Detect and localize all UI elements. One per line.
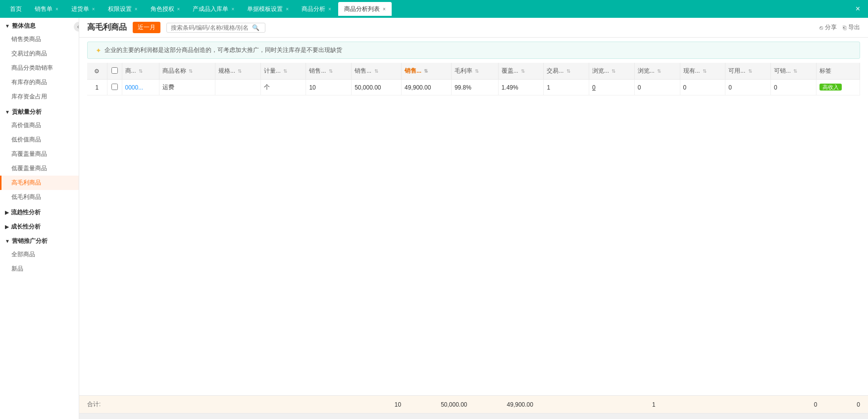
select-all-checkbox[interactable] xyxy=(111,67,118,74)
tab-product-analysis-list[interactable]: 商品分析列表 × xyxy=(338,2,392,16)
th-spec[interactable]: 规格... ⇅ xyxy=(215,63,261,80)
th-settings[interactable]: ⚙ xyxy=(87,63,107,80)
th-sales1[interactable]: 销售... ⇅ xyxy=(306,63,352,80)
row-stock3: 0 xyxy=(770,80,816,95)
th-code[interactable]: 商... ⇅ xyxy=(122,63,159,80)
th-stock1[interactable]: 现有... ⇅ xyxy=(680,63,725,80)
search-icon[interactable]: 🔍 xyxy=(252,24,259,31)
tab-product-analysis[interactable]: 商品分析 × xyxy=(296,2,337,16)
th-stock3[interactable]: 可销... ⇅ xyxy=(770,63,816,80)
close-icon[interactable]: × xyxy=(286,6,289,12)
footer-sales2: 50,000.00 xyxy=(441,401,467,408)
sort-icon: ⇅ xyxy=(566,68,570,74)
chevron-down-icon: ▼ xyxy=(5,23,10,29)
sidebar-group-marketing[interactable]: ▼ 营销推广分析 xyxy=(0,233,79,247)
row-sales3: 49,900.00 xyxy=(402,80,452,95)
th-sales2[interactable]: 销售... ⇅ xyxy=(352,63,402,80)
row-browse1[interactable]: 0 xyxy=(589,80,635,95)
row-check[interactable] xyxy=(107,80,122,95)
sidebar-item-new-goods[interactable]: 新品 xyxy=(0,262,79,276)
row-browse2: 0 xyxy=(634,80,680,95)
close-icon[interactable]: × xyxy=(383,6,386,12)
sidebar-group-contribution-label: 贡献量分析 xyxy=(12,108,42,116)
th-gross-rate[interactable]: 毛利率 ⇅ xyxy=(451,63,498,80)
th-tag: 标签 xyxy=(816,63,860,80)
th-transaction[interactable]: 交易... ⇅ xyxy=(544,63,589,80)
sort-icon: ⇅ xyxy=(424,68,428,74)
chevron-right-icon: ▶ xyxy=(5,224,9,230)
period-button[interactable]: 近一月 xyxy=(133,22,160,33)
notice-bar: ✦ 企业的主要的利润都是这部分商品创造的，可考虑加大推广，同时关注库存是不要出现… xyxy=(87,42,860,59)
sidebar-item-high-value[interactable]: 高价值商品 xyxy=(0,118,79,133)
sidebar-item-category-rate[interactable]: 商品分类助销率 xyxy=(0,61,79,75)
sidebar-item-in-stock[interactable]: 有库存的商品 xyxy=(0,75,79,90)
sidebar-item-all-goods[interactable]: 全部商品 xyxy=(0,247,79,262)
sidebar-item-low-value[interactable]: 低价值商品 xyxy=(0,133,79,147)
close-icon[interactable]: × xyxy=(328,6,331,12)
th-coverage[interactable]: 覆盖... ⇅ xyxy=(498,63,544,80)
close-icon[interactable]: × xyxy=(231,6,234,12)
tab-sales[interactable]: 销售单 × xyxy=(29,2,64,16)
close-icon[interactable]: × xyxy=(135,6,138,12)
sort-icon: ⇅ xyxy=(283,68,287,74)
tab-home[interactable]: 首页 xyxy=(4,2,28,16)
tab-template[interactable]: 单据模板设置 × xyxy=(241,2,295,16)
sidebar-item-sales-goods[interactable]: 销售类商品 xyxy=(0,32,79,47)
window-close-icon[interactable]: × xyxy=(852,4,864,13)
notice-text: 企业的主要的利润都是这部分商品创造的，可考虑加大推广，同时关注库存是不要出现缺货 xyxy=(104,46,342,54)
th-browse2[interactable]: 浏览... ⇅ xyxy=(634,63,680,80)
tab-role[interactable]: 角色授权 × xyxy=(145,2,186,16)
row-name: 运费 xyxy=(159,80,215,95)
chevron-right-icon: ▶ xyxy=(5,210,9,215)
sidebar-item-high-gross[interactable]: 高毛利商品 xyxy=(0,176,79,190)
th-browse1[interactable]: 浏览... ⇅ xyxy=(589,63,635,80)
row-num: 1 xyxy=(87,80,107,95)
sort-icon: ⇅ xyxy=(748,68,752,74)
horizontal-scrollbar[interactable] xyxy=(79,413,868,419)
sidebar-item-traded-goods[interactable]: 交易过的商品 xyxy=(0,47,79,61)
sidebar-group-growth[interactable]: ▶ 成长性分析 xyxy=(0,219,79,233)
row-checkbox[interactable] xyxy=(111,84,118,90)
search-box[interactable]: 🔍 xyxy=(166,23,265,33)
close-icon[interactable]: × xyxy=(92,6,95,12)
search-input[interactable] xyxy=(171,24,250,31)
share-label: 分享 xyxy=(825,23,837,32)
sort-icon: ⇅ xyxy=(475,68,479,74)
close-icon[interactable]: × xyxy=(55,6,58,12)
chevron-down-icon: ▼ xyxy=(5,238,10,244)
sort-icon: ⇅ xyxy=(703,68,707,74)
close-icon[interactable]: × xyxy=(177,6,180,12)
sort-icon: ⇅ xyxy=(238,68,242,74)
content-area: 高毛利商品 近一月 🔍 ⎋ 分享 ⎗ 导出 ✦ 企业的主要的利润都是这部分 xyxy=(79,18,868,419)
sort-icon: ⇅ xyxy=(657,68,661,74)
share-button[interactable]: ⎋ 分享 xyxy=(819,23,837,32)
tab-purchase[interactable]: 进货单 × xyxy=(65,2,101,16)
sidebar-item-stock-capital[interactable]: 库存资金占用 xyxy=(0,90,79,104)
sidebar-item-low-gross[interactable]: 低毛利商品 xyxy=(0,190,79,204)
row-transaction: 1 xyxy=(544,80,589,95)
top-navigation: 首页 销售单 × 进货单 × 权限设置 × 角色授权 × 产成品入库单 × 单据… xyxy=(0,0,868,18)
content-header: 高毛利商品 近一月 🔍 ⎋ 分享 ⎗ 导出 xyxy=(79,18,868,38)
th-stock2[interactable]: 可用... ⇅ xyxy=(725,63,771,80)
sidebar-item-high-coverage[interactable]: 高覆盖量商品 xyxy=(0,147,79,161)
sidebar-group-contribution[interactable]: ▼ 贡献量分析 xyxy=(0,104,79,118)
row-code[interactable]: 0000... xyxy=(122,80,159,95)
th-sales3[interactable]: 销售... ⇅ xyxy=(402,63,452,80)
sidebar-group-growth-label: 成长性分析 xyxy=(11,223,41,231)
row-coverage: 1.49% xyxy=(498,80,544,95)
th-name[interactable]: 商品名称 ⇅ xyxy=(159,63,215,80)
footer-stock1: 0 xyxy=(814,401,817,408)
sidebar-group-trend[interactable]: ▶ 流趋性分析 xyxy=(0,204,79,219)
sidebar-group-overall[interactable]: ▼ 整体信息 xyxy=(0,18,79,32)
sidebar-item-low-coverage[interactable]: 低覆盖量商品 xyxy=(0,161,79,176)
tab-permission[interactable]: 权限设置 × xyxy=(102,2,144,16)
table-row: 1 0000... 运费 个 10 50,000.00 49,900.00 99… xyxy=(87,80,860,95)
row-unit: 个 xyxy=(260,80,306,95)
header-actions: ⎋ 分享 ⎗ 导出 xyxy=(819,23,860,32)
tab-product-inbound[interactable]: 产成品入库单 × xyxy=(187,2,240,16)
export-label: 导出 xyxy=(848,23,860,32)
th-unit[interactable]: 计量... ⇅ xyxy=(260,63,306,80)
export-button[interactable]: ⎗ 导出 xyxy=(843,23,860,32)
footer-sales3: 49,900.00 xyxy=(507,401,533,408)
tab-role-label: 角色授权 xyxy=(151,5,174,13)
